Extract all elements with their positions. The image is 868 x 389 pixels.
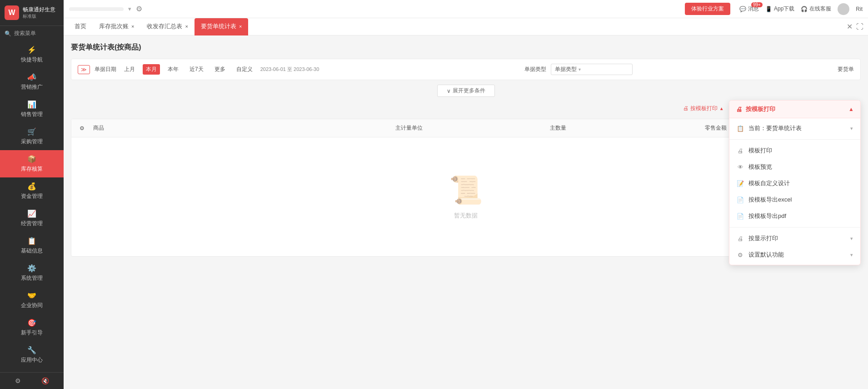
collab-label: 企业协同 xyxy=(21,302,43,309)
expand-more-icon: ∨ xyxy=(447,88,451,94)
dropdown-template-print-item[interactable]: 🖨 模板打印 xyxy=(729,142,860,159)
dropdown-template-custom-item[interactable]: 📝 模板自定义设计 xyxy=(729,175,860,192)
sidebar-item-operations[interactable]: 📈 经营管理 xyxy=(0,205,64,232)
template-print-item-label: 模板打印 xyxy=(748,147,772,155)
topbar-search[interactable] xyxy=(69,7,124,11)
tab-home[interactable]: 首页 xyxy=(68,18,93,35)
tab-inventory-batch-close[interactable]: × xyxy=(131,24,134,29)
inventory-icon: 📦 xyxy=(27,155,36,163)
sidebar-item-quicknav[interactable]: ⚡ 快捷导航 xyxy=(0,41,64,68)
sidebar-item-basic[interactable]: 📋 基础信息 xyxy=(0,232,64,259)
operations-label: 经营管理 xyxy=(21,220,43,227)
sidebar-item-guide[interactable]: 🎯 新手引导 xyxy=(0,314,64,341)
collab-icon: 🤝 xyxy=(27,291,36,300)
sidebar-item-finance[interactable]: 💰 资金管理 xyxy=(0,177,64,205)
custom-date-btn[interactable]: 自定义 xyxy=(233,64,256,75)
dropdown-current-section: 📋 当前：要货单统计表 ▾ xyxy=(729,118,860,138)
more-dates-btn[interactable]: 更多 xyxy=(211,64,229,75)
expand-more-label: 展开更多条件 xyxy=(453,87,485,95)
template-excel-item-label: 按模板导出excel xyxy=(748,196,792,204)
current-item-icon: 📋 xyxy=(737,125,744,132)
tab-order-stats[interactable]: 要货单统计表 × xyxy=(195,18,248,35)
current-item-arrow: ▾ xyxy=(850,126,853,131)
audio-footer-button[interactable]: 🔇 xyxy=(41,377,49,384)
dropdown-set-default-item[interactable]: ⚙ 设置默认功能 ▾ xyxy=(729,247,860,263)
col-goods: 商品 xyxy=(90,124,392,132)
operations-icon: 📈 xyxy=(27,209,36,218)
system-icon: ⚙️ xyxy=(27,264,36,273)
tab-collection-summary[interactable]: 收发存汇总表 × xyxy=(140,18,194,35)
sidebar-item-apps[interactable]: 🔧 应用中心 xyxy=(0,341,64,369)
tab-inventory-batch[interactable]: 库存批次账 × xyxy=(93,18,140,35)
type-selector[interactable]: 单据类型 ▾ xyxy=(551,64,633,75)
messages-item[interactable]: 💬 消息 99+ xyxy=(739,5,759,13)
dropdown-collapse-button[interactable]: ▲ xyxy=(848,106,854,112)
topbar-settings-icon[interactable]: ⚙ xyxy=(136,5,142,13)
settings-footer-button[interactable]: ⚙ xyxy=(15,377,21,384)
search-menu-item[interactable]: 🔍 搜索菜单 xyxy=(0,26,64,41)
dropdown-title: 按模板打印 xyxy=(746,105,775,113)
tab-close-all-button[interactable]: ✕ xyxy=(847,22,853,31)
col-unit: 主计量单位 xyxy=(392,124,546,132)
dropdown-template-excel-item[interactable]: 📄 按模板导出excel xyxy=(729,192,860,208)
sidebar-item-wechat[interactable]: 💬 企业微信 xyxy=(0,369,64,372)
dropdown-template-preview-item[interactable]: 👁 模板预览 xyxy=(729,159,860,175)
no-data-icon: 📜 xyxy=(449,174,483,206)
tabs-bar: 首页 库存批次账 × 收发存汇总表 × 要货单统计表 × ✕ ⛶ xyxy=(64,18,868,35)
filter-expand-button[interactable]: ≫ xyxy=(78,65,90,74)
sales-label: 销售管理 xyxy=(21,111,43,118)
finance-label: 资金管理 xyxy=(21,192,43,200)
set-default-item-icon: ⚙ xyxy=(737,252,744,258)
apps-icon: 🔧 xyxy=(27,346,36,354)
display-print-arrow: ▾ xyxy=(850,236,853,242)
search-icon: 🔍 xyxy=(5,30,11,37)
cur-month-btn[interactable]: 本月 xyxy=(143,64,160,75)
template-print-button[interactable]: 🖨 按模板打印 ▲ xyxy=(679,103,728,114)
tab-maximize-button[interactable]: ⛶ xyxy=(856,23,863,31)
col-check: ⚙ xyxy=(76,125,90,131)
industry-solution-button[interactable]: 体验行业方案 xyxy=(685,3,730,15)
sidebar-item-purchase[interactable]: 🛒 采购管理 xyxy=(0,123,64,150)
dropdown-divider-1 xyxy=(729,139,860,140)
no-data-label: 暂无数据 xyxy=(454,212,478,220)
sidebar-item-sales[interactable]: 📊 销售管理 xyxy=(0,96,64,123)
sidebar-item-marketing[interactable]: 📣 营销推广 xyxy=(0,68,64,96)
display-print-item-icon: 🖨 xyxy=(737,235,744,242)
sales-icon: 📊 xyxy=(27,100,36,109)
basic-icon: 📋 xyxy=(27,237,36,245)
dropdown-divider-2 xyxy=(729,227,860,227)
expand-more-button[interactable]: ∨ 展开更多条件 xyxy=(437,85,495,97)
message-icon: 💬 xyxy=(739,6,746,12)
dropdown-header: 🖨 按模板打印 ▲ xyxy=(729,101,860,118)
dropdown-print-icon: 🖨 xyxy=(736,106,742,113)
template-print-label: 按模板打印 xyxy=(690,105,718,112)
marketing-label: 营销推广 xyxy=(21,83,43,91)
tab-collection-summary-close[interactable]: × xyxy=(185,24,188,29)
sidebar-item-collab[interactable]: 🤝 企业协同 xyxy=(0,287,64,314)
template-preview-item-icon: 👁 xyxy=(737,164,744,171)
topbar-dropdown-arrow[interactable]: ▾ xyxy=(128,5,131,12)
settings-col-icon[interactable]: ⚙ xyxy=(80,125,85,131)
dropdown-template-pdf-item[interactable]: 📄 按模板导出pdf xyxy=(729,208,860,224)
dropdown-header-left: 🖨 按模板打印 xyxy=(736,105,775,113)
template-excel-item-icon: 📄 xyxy=(737,197,744,203)
app-download-item[interactable]: 📱 App下载 xyxy=(765,5,794,13)
online-service-item[interactable]: 🎧 在线客服 xyxy=(801,5,831,13)
dropdown-current-item[interactable]: 📋 当前：要货单统计表 ▾ xyxy=(729,120,860,136)
tab-order-stats-close[interactable]: × xyxy=(239,24,242,29)
filter-bar: ≫ 单据日期 上月 本月 本年 近7天 更多 自定义 2023-06-01 至 … xyxy=(71,59,861,80)
online-service-label: 在线客服 xyxy=(809,5,831,13)
sidebar-item-system[interactable]: ⚙️ 系统管理 xyxy=(0,259,64,287)
dropdown-display-print-item[interactable]: 🖨 按显示打印 ▾ xyxy=(729,230,860,247)
prev-month-btn[interactable]: 上月 xyxy=(121,64,138,75)
sidebar-nav: ⚡ 快捷导航 📣 营销推广 📊 销售管理 🛒 采购管理 📦 库存核算 💰 资金管… xyxy=(0,41,64,372)
purchase-icon: 🛒 xyxy=(27,127,36,136)
avatar xyxy=(838,3,849,15)
template-print-item-icon: 🖨 xyxy=(737,147,744,154)
content-area: 要货单统计表(按商品) ≫ 单据日期 上月 本月 本年 近7天 更多 自定义 2… xyxy=(64,35,868,389)
cur-year-btn[interactable]: 本年 xyxy=(165,64,182,75)
sidebar-item-inventory[interactable]: 📦 库存核算 xyxy=(0,150,64,177)
set-default-arrow: ▾ xyxy=(850,252,853,258)
last7-btn[interactable]: 近7天 xyxy=(186,64,207,75)
guide-icon: 🎯 xyxy=(27,318,36,327)
